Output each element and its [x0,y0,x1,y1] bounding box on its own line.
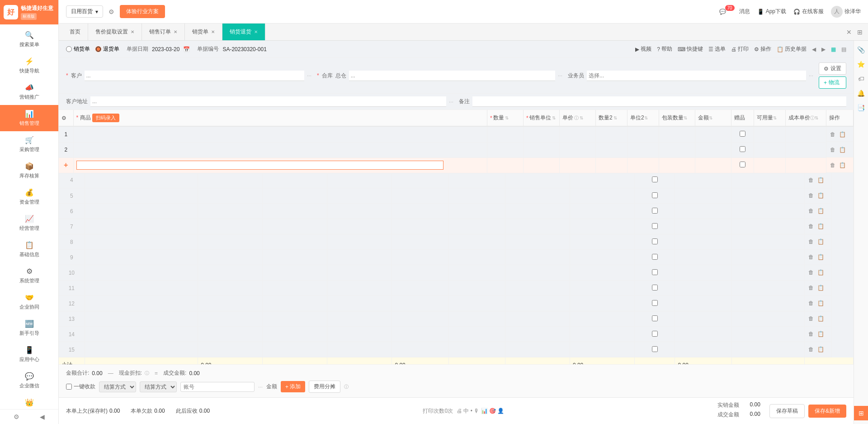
avail-cell-1[interactable] [754,126,786,142]
qty-cell-1[interactable] [487,126,524,142]
copy-row-1-btn[interactable]: 📋 [838,130,847,138]
copy-row-2-btn[interactable]: 📋 [838,146,847,154]
customer-dots-btn[interactable]: ··· [307,72,311,79]
video-btn[interactable]: ▶ 视频 [635,45,651,53]
sidebar-item-sales[interactable]: 📊 销售管理 [0,105,58,131]
qty-cell-2[interactable] [487,142,524,157]
cell-col-qty-15[interactable] [198,342,263,357]
gift-cell-7[interactable] [635,219,675,234]
cell-col-cost-14[interactable] [731,327,804,342]
warehouse-dots-btn[interactable]: ··· [558,72,562,79]
shortcut-key-btn[interactable]: ⌨ 快捷键 [678,45,703,53]
cell-col-unit2-7[interactable] [448,219,505,234]
copy-row-add-btn[interactable]: 📋 [838,161,847,169]
tab-price-settings[interactable]: 售价提取设置 ✕ [88,24,142,40]
sidebar-settings-btn[interactable]: ⚙ [14,413,19,420]
cell-col-pack-11[interactable] [505,281,570,296]
gift-cell-10[interactable] [635,265,675,281]
history-doc-btn[interactable]: 📋 历史单据 [777,45,807,53]
sidebar-item-system[interactable]: ⚙ 系统管理 [0,262,58,289]
cell-col-price-8[interactable] [327,234,392,250]
copy-row-4-btn[interactable]: 📋 [816,176,825,185]
cell-col-cost-13[interactable] [731,311,804,327]
cell-col-amount-14[interactable] [570,327,634,342]
unit-cell-2[interactable] [524,142,560,157]
copy-row-11-btn[interactable]: 📋 [816,283,825,293]
gift-cell-13[interactable] [635,311,675,327]
cell-col-unit2-8[interactable] [448,234,505,250]
user-profile[interactable]: 人 徐泽华 [831,6,861,18]
right-icon-4[interactable]: 🔔 [855,88,867,99]
logistics-btn[interactable]: + 物流 [819,76,846,89]
action-cell-8[interactable]: 🗑📋 [805,234,832,250]
select-doc-btn[interactable]: ☰ 选单 [708,45,726,53]
qty2-cell-add[interactable] [596,157,627,173]
cell-col-unit-14[interactable] [263,327,327,342]
cell-col-qty2-7[interactable] [392,219,448,234]
fee-info-icon[interactable]: ⓘ [344,384,349,390]
radio-sale-return-input[interactable] [95,46,101,52]
th-gear[interactable]: ⚙ [59,110,73,126]
cell-col-cost-8[interactable] [731,234,804,250]
cell-col-product-13[interactable] [85,311,198,327]
cell-col-cost-12[interactable] [731,296,804,311]
payment-method-select[interactable]: 结算方式 [99,381,136,392]
cell-col-amount-8[interactable] [570,234,634,250]
notification-item[interactable]: 💬 70 消息 [719,8,750,15]
app-download-item[interactable]: 📱 App下载 [757,8,786,15]
add-payment-btn[interactable]: + 添加 [281,381,305,392]
cell-col-product-14[interactable] [85,327,198,342]
cell-col-unit-10[interactable] [263,265,327,281]
cell-col-qty2-14[interactable] [392,327,448,342]
cell-col-qty-11[interactable] [198,281,263,296]
qty2-cell-1[interactable] [596,126,627,142]
avail-sort-icon[interactable]: ⇅ [773,115,777,120]
cell-col-amount-10[interactable] [570,265,634,281]
right-icon-5[interactable]: 📑 [855,102,867,113]
customer-input[interactable] [85,71,304,81]
fee-split-btn[interactable]: 费用分摊 [309,381,340,393]
delete-row-6-btn[interactable]: 🗑 [807,206,815,216]
product-cell-2[interactable] [73,142,487,157]
cell-col-product-6[interactable] [85,204,198,219]
cell-col-avail-14[interactable] [675,327,731,342]
cell-col-pack-14[interactable] [505,327,570,342]
cell-col-price-4[interactable] [327,173,392,188]
cell-col-unit-4[interactable] [263,173,327,188]
cell-col-avail-5[interactable] [675,188,731,204]
gift-checkbox-15[interactable] [652,346,658,352]
copy-row-5-btn[interactable]: 📋 [816,191,825,200]
delete-row-10-btn[interactable]: 🗑 [807,268,815,277]
cell-col-qty-10[interactable] [198,265,263,281]
cell-col-amount-13[interactable] [570,311,634,327]
cell-col-pack-8[interactable] [505,234,570,250]
cell-col-avail-8[interactable] [675,234,731,250]
operate-btn[interactable]: ⚙ 操作 [754,45,771,53]
amount-cell-2[interactable] [695,142,731,157]
unit2-cell-1[interactable] [627,126,659,142]
cell-col-price-11[interactable] [327,281,392,296]
sidebar-item-basic[interactable]: 📋 基础信息 [0,236,58,262]
cell-col-unit-11[interactable] [263,281,327,296]
cell-col-pack-13[interactable] [505,311,570,327]
gift-cell-12[interactable] [635,296,675,311]
delete-row-9-btn[interactable]: 🗑 [807,252,815,262]
cell-col-qty-8[interactable] [198,234,263,250]
unit-sort-icon[interactable]: ⇅ [552,115,556,120]
cell-col-unit2-10[interactable] [448,265,505,281]
right-icon-bottom[interactable]: ⊞ [854,406,868,420]
cell-col-pack-7[interactable] [505,219,570,234]
cell-col-cost-15[interactable] [731,342,804,357]
sidebar-collapse-btn[interactable]: ◀ [40,413,45,420]
tab-menu-icon[interactable]: ⊞ [855,27,864,38]
cell-col-cost-4[interactable] [731,173,804,188]
topbar-gear-icon[interactable]: ⚙ [108,8,114,15]
cell-col-avail-15[interactable] [675,342,731,357]
help-btn[interactable]: ? 帮助 [657,45,672,53]
action-cell-4[interactable]: 🗑📋 [805,173,832,188]
product-input-add[interactable] [76,161,443,170]
unit2-cell-2[interactable] [627,142,659,157]
one-key-payment-label[interactable]: 一键收款 [66,383,95,391]
copy-row-13-btn[interactable]: 📋 [816,314,825,324]
cost-cell-add[interactable] [786,157,826,173]
